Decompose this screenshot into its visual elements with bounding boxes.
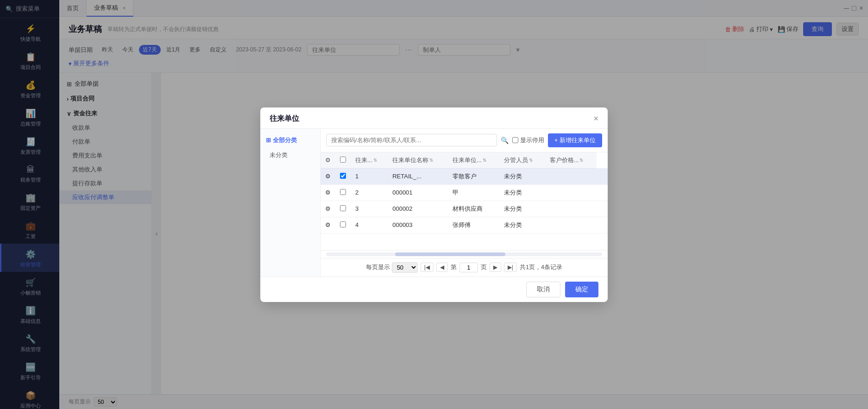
- page-word: 第: [451, 263, 457, 271]
- row-manager: [545, 168, 597, 184]
- row-name: 张师傅: [448, 217, 499, 233]
- modal-table-row[interactable]: ⚙ 4 000003 张师傅 未分类: [321, 217, 608, 233]
- row-name: 甲: [448, 184, 499, 201]
- modal-header: 往来单位 ×: [260, 107, 608, 129]
- row-settings[interactable]: ⚙: [321, 217, 335, 233]
- row-price-level: [597, 201, 608, 217]
- modal-title: 往来单位: [270, 114, 299, 124]
- col-manager: 分管人员: [499, 152, 545, 169]
- row-checkbox[interactable]: [335, 184, 351, 201]
- modal-category-all[interactable]: ⊞ 全部分类: [260, 132, 320, 148]
- row-checkbox[interactable]: [335, 217, 351, 233]
- row-category: 未分类: [499, 217, 545, 233]
- row-settings[interactable]: ⚙: [321, 201, 335, 217]
- scrollbar-track: [326, 252, 602, 256]
- modal-categories: ⊞ 全部分类 未分类: [260, 129, 321, 277]
- modal-table-row[interactable]: ⚙ 3 000002 材料供应商 未分类: [321, 201, 608, 217]
- show-disabled-check[interactable]: [512, 137, 518, 143]
- modal-search-input[interactable]: [326, 134, 497, 146]
- row-price-level: [597, 184, 608, 201]
- row-checkbox[interactable]: [335, 168, 351, 184]
- per-page-select[interactable]: 50 10 20 100: [392, 262, 418, 273]
- modal-scrollbar[interactable]: [321, 250, 608, 258]
- row-id: 1: [351, 168, 388, 184]
- modal-right-panel: 🔍 显示停用 + 新增往来单位 ⚙ 往来...: [321, 129, 608, 277]
- modal-search-icon: 🔍: [501, 137, 509, 144]
- modal-overlay[interactable]: 往来单位 × ⊞ 全部分类 未分类 🔍: [0, 0, 868, 409]
- row-code: 000001: [388, 184, 448, 201]
- modal-table-row[interactable]: ⚙ 2 000001 甲 未分类: [321, 184, 608, 201]
- col-checkbox[interactable]: [335, 152, 351, 169]
- cancel-button[interactable]: 取消: [526, 282, 560, 297]
- row-code: 000002: [388, 201, 448, 217]
- row-price-level: [597, 168, 608, 184]
- category-grid-icon: ⊞: [266, 137, 271, 144]
- row-settings[interactable]: ⚙: [321, 184, 335, 201]
- row-category: 未分类: [499, 201, 545, 217]
- row-id: 2: [351, 184, 388, 201]
- row-name: 材料供应商: [448, 201, 499, 217]
- modal-close-button[interactable]: ×: [593, 114, 598, 124]
- col-category: 往来单位...: [448, 152, 499, 169]
- page-next-button[interactable]: ▶: [490, 263, 501, 272]
- page-number-input[interactable]: [459, 263, 478, 272]
- page-prev-button[interactable]: ◀: [436, 263, 448, 272]
- total-info: 共1页，4条记录: [520, 263, 562, 271]
- row-id: 3: [351, 201, 388, 217]
- page-per-section: 每页显示 50 10 20 100: [366, 262, 418, 273]
- col-code: 往来...: [351, 152, 388, 169]
- modal-partner: 往来单位 × ⊞ 全部分类 未分类 🔍: [260, 107, 608, 302]
- row-checkbox[interactable]: [335, 201, 351, 217]
- scrollbar-thumb: [395, 252, 505, 256]
- row-code: 000003: [388, 217, 448, 233]
- add-partner-button[interactable]: + 新增往来单位: [548, 133, 602, 147]
- row-price-level: [597, 217, 608, 233]
- row-code: RETAIL_...: [388, 168, 448, 184]
- page-unit: 页: [481, 263, 487, 271]
- modal-category-uncategorized[interactable]: 未分类: [260, 148, 320, 162]
- confirm-button[interactable]: 确定: [565, 282, 598, 297]
- show-disabled-checkbox[interactable]: 显示停用: [512, 136, 544, 145]
- row-manager: [545, 184, 597, 201]
- modal-table-row[interactable]: ⚙ 1 RETAIL_... 零散客户 未分类: [321, 168, 608, 184]
- row-name: 零散客户: [448, 168, 499, 184]
- modal-table: ⚙ 往来... 往来单位名称 往来单位... 分管人员 客户价格... ⚙: [321, 152, 608, 250]
- row-category: 未分类: [499, 184, 545, 201]
- row-manager: [545, 201, 597, 217]
- col-settings[interactable]: ⚙: [321, 152, 335, 169]
- modal-footer: 取消 确定: [260, 277, 608, 302]
- modal-table-header: ⚙ 往来... 往来单位名称 往来单位... 分管人员 客户价格...: [321, 152, 608, 169]
- per-page-label: 每页显示: [366, 263, 390, 271]
- modal-toolbar: 🔍 显示停用 + 新增往来单位: [321, 129, 608, 152]
- page-last-button[interactable]: ▶|: [504, 263, 517, 272]
- col-name: 往来单位名称: [388, 152, 448, 169]
- modal-body: ⊞ 全部分类 未分类 🔍 显示停用 + 新增往来单位: [260, 129, 608, 277]
- row-id: 4: [351, 217, 388, 233]
- row-category: 未分类: [499, 168, 545, 184]
- modal-pagination: 每页显示 50 10 20 100 |◀ ◀ 第 页 ▶ ▶|: [321, 258, 608, 277]
- row-manager: [545, 217, 597, 233]
- page-first-button[interactable]: |◀: [421, 263, 434, 272]
- row-settings[interactable]: ⚙: [321, 168, 335, 184]
- col-price-level: 客户价格...: [545, 152, 597, 169]
